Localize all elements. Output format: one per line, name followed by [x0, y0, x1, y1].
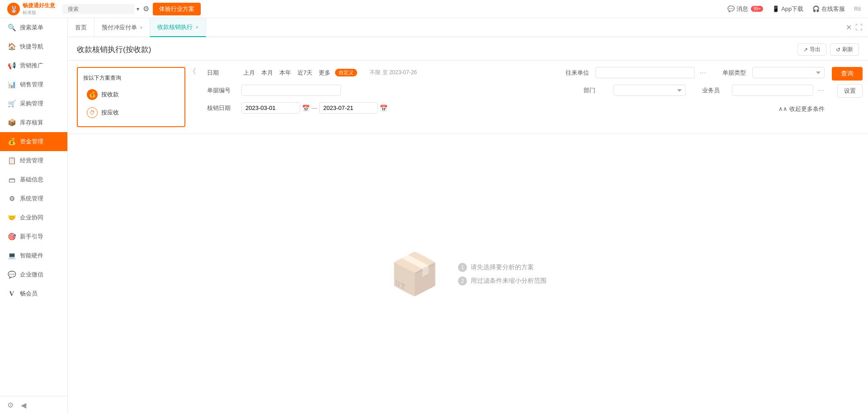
collapse-more-label: 收起更多条件	[789, 105, 825, 113]
receipt-option-icon: 💰	[87, 89, 98, 100]
topbar-right: 💬 消息 99+ 📱 App下载 🎧 在线客服 Rit	[727, 5, 861, 13]
search-input[interactable]	[62, 4, 135, 14]
sidebar-item-member[interactable]: V 畅会员	[0, 284, 67, 303]
sidebar-item-purchase[interactable]: 🛒 采购管理	[0, 94, 67, 113]
sidebar-item-system[interactable]: ⚙ 系统管理	[0, 189, 67, 208]
filter-row-2: 单据编号 部门 业务员 ···	[207, 85, 825, 96]
dept-label: 部门	[584, 86, 611, 95]
receivable-option-label: 按应收	[101, 109, 119, 117]
close-tab-button[interactable]: ✕	[846, 23, 852, 32]
solution-button[interactable]: 体验行业方案	[153, 3, 201, 15]
service-icon: 🎧	[812, 5, 820, 12]
inventory-icon: 📦	[7, 119, 16, 127]
page-title: 收款核销执行(按收款)	[77, 44, 151, 55]
tab-writeoff-label: 收款核销执行	[157, 23, 193, 31]
page-header: 收款核销执行(按收款) ↗ 导出 ↺ 刷新	[68, 37, 868, 61]
search-icon: 🔍	[7, 24, 16, 32]
sidebar-label-hardware: 智能硬件	[20, 252, 43, 260]
counterparty-dots[interactable]: ···	[699, 68, 706, 77]
date-dash: —	[311, 105, 317, 111]
verify-date-end-input[interactable]	[319, 102, 378, 114]
doc-no-input[interactable]	[241, 85, 341, 96]
doc-no-label: 单据编号	[207, 86, 234, 95]
salesperson-input[interactable]	[732, 85, 813, 96]
sidebar-label-marketing: 营销推广	[20, 62, 43, 70]
filter-area: 按以下方案查询 💰 按收款 ⏱ 按应收 《 日期 上月 本月	[68, 61, 868, 134]
date-btn-this-year[interactable]: 本年	[278, 68, 293, 78]
wechat-icon: 💬	[7, 271, 16, 279]
verify-date-end-calendar-icon[interactable]: 📅	[380, 105, 387, 112]
sidebar-item-marketing[interactable]: 📢 营销推广	[0, 56, 67, 75]
page-actions: ↗ 导出 ↺ 刷新	[797, 43, 859, 56]
counterparty-input[interactable]	[595, 67, 695, 78]
empty-hints: 1 请先选择要分析的方案 2 用过滤条件来缩小分析范围	[458, 263, 547, 286]
sales-icon: 📊	[7, 81, 16, 89]
sidebar-item-hardware[interactable]: 💻 智能硬件	[0, 246, 67, 265]
sidebar-label-wechat: 企业微信	[20, 271, 43, 279]
empty-hint-2: 2 用过滤条件来缩小分析范围	[458, 276, 547, 286]
brand: 🐰 畅捷通好生意 标准版	[7, 2, 55, 16]
brand-icon: 🐰	[7, 3, 20, 15]
date-custom-tag[interactable]: 自定义	[335, 69, 357, 76]
sidebar-label-quicknav: 快捷导航	[20, 43, 43, 51]
app-download-button[interactable]: 📱 App下载	[772, 5, 803, 13]
refresh-label: 刷新	[842, 46, 853, 53]
finance-icon: 💰	[7, 138, 16, 146]
sidebar-label-member: 畅会员	[20, 290, 38, 298]
sidebar-item-wechat[interactable]: 💬 企业微信	[0, 265, 67, 284]
tab-bar: 首页 预付冲应付单 × 收款核销执行 × ✕ ⛶	[68, 18, 868, 37]
settings-icon[interactable]: ⚙	[7, 401, 14, 409]
member-icon: V	[7, 290, 16, 298]
tab-prepay[interactable]: 预付冲应付单 ×	[94, 18, 150, 37]
message-label: 消息	[736, 5, 748, 13]
verify-date-start-input[interactable]	[241, 102, 300, 114]
doc-type-select[interactable]	[752, 67, 825, 78]
sidebar-label-inventory: 库存核算	[20, 119, 43, 127]
sidebar-item-inventory[interactable]: 📦 库存核算	[0, 113, 67, 132]
date-btn-7days[interactable]: 近7天	[296, 68, 314, 78]
brand-name: 畅捷通好生意	[23, 2, 55, 10]
date-label: 日期	[207, 69, 234, 77]
dept-select[interactable]	[613, 85, 686, 96]
collapse-more-button[interactable]: ∧∧ 收起更多条件	[778, 105, 825, 113]
tab-writeoff[interactable]: 收款核销执行 ×	[150, 18, 206, 37]
filter-option-by-receivable[interactable]: ⏱ 按应收	[78, 104, 184, 122]
collapse-panel-button[interactable]: 《	[185, 67, 200, 76]
sidebar-item-quicknav[interactable]: 🏠 快捷导航	[0, 37, 67, 56]
query-button[interactable]: 查询	[832, 67, 863, 81]
refresh-button[interactable]: ↺ 刷新	[830, 43, 859, 56]
export-button[interactable]: ↗ 导出	[797, 43, 826, 56]
hardware-icon: 💻	[7, 252, 16, 260]
filter-option-by-receipt[interactable]: 💰 按收款	[78, 86, 184, 104]
service-button[interactable]: 🎧 在线客服	[812, 5, 845, 13]
sidebar-item-finance[interactable]: 💰 资金管理	[0, 132, 67, 151]
message-button[interactable]: 💬 消息 99+	[727, 5, 763, 13]
sidebar-label-guide: 新手引导	[20, 233, 43, 241]
sidebar-item-sales[interactable]: 📊 销售管理	[0, 75, 67, 94]
hint-2-num: 2	[458, 276, 467, 286]
sidebar-item-enterprise[interactable]: 🤝 企业协同	[0, 208, 67, 227]
setting-button[interactable]: 设置	[837, 84, 863, 98]
tab-home[interactable]: 首页	[68, 18, 94, 37]
sidebar-item-operation[interactable]: 📋 经营管理	[0, 151, 67, 170]
sidebar-label-purchase: 采购管理	[20, 100, 43, 108]
verify-date-start-calendar-icon[interactable]: 📅	[302, 105, 310, 112]
collapse-icon[interactable]: ◀	[21, 401, 26, 409]
gear-button[interactable]: ⚙	[143, 5, 149, 13]
expand-tab-button[interactable]: ⛶	[855, 24, 863, 32]
date-btn-last-month[interactable]: 上月	[241, 68, 257, 78]
export-icon: ↗	[803, 47, 808, 53]
date-btn-more[interactable]: 更多	[317, 68, 332, 78]
filter-row-1: 日期 上月 本月 本年 近7天 更多 自定义 不限 至 2023-07-26 往…	[207, 67, 825, 78]
empty-hint-1: 1 请先选择要分析的方案	[458, 263, 547, 272]
tab-writeoff-close[interactable]: ×	[195, 24, 198, 30]
date-btn-this-month[interactable]: 本月	[259, 68, 275, 78]
dropdown-button[interactable]: ▾	[137, 6, 139, 12]
sidebar-label-search: 搜索菜单	[20, 24, 43, 32]
sidebar-item-guide[interactable]: 🎯 新手引导	[0, 227, 67, 246]
user-info[interactable]: Rit	[854, 6, 861, 12]
sidebar-item-search[interactable]: 🔍 搜索菜单	[0, 18, 67, 37]
salesperson-dots[interactable]: ···	[818, 86, 825, 95]
sidebar-item-basic[interactable]: 🗃 基础信息	[0, 170, 67, 189]
tab-prepay-close[interactable]: ×	[140, 25, 142, 30]
